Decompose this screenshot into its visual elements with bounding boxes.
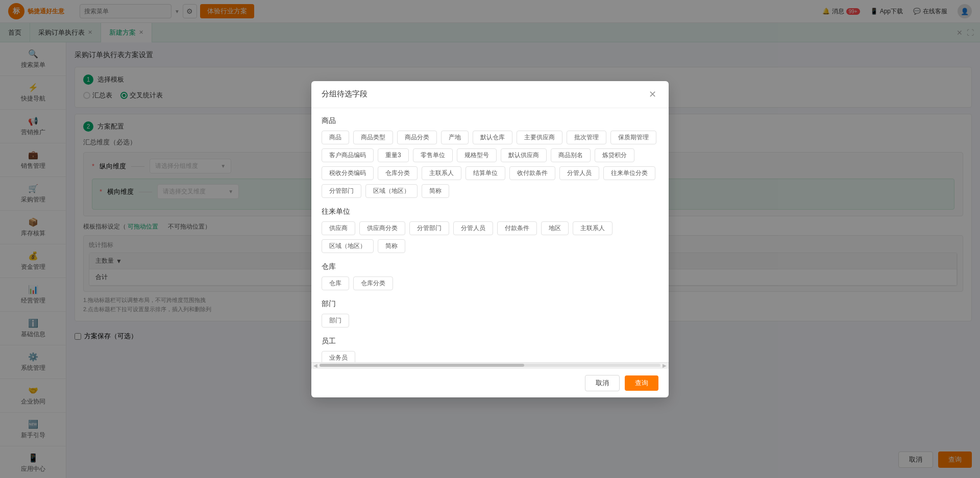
tag-settlement-unit[interactable]: 结算单位 bbox=[465, 166, 505, 180]
tag-short-name-partner[interactable]: 简称 bbox=[378, 239, 405, 253]
scroll-left-arrow[interactable]: ◀ bbox=[313, 363, 317, 368]
modal-confirm-button[interactable]: 查询 bbox=[625, 375, 658, 391]
tag-shelf-life[interactable]: 保质期管理 bbox=[610, 131, 656, 144]
field-group-partner: 往来单位 供应商 供应商分类 分管部门 分管人员 付款条件 地区 主联系人 区域… bbox=[322, 207, 658, 253]
tag-product[interactable]: 商品 bbox=[322, 131, 349, 144]
field-group-warehouse: 仓库 仓库 仓库分类 bbox=[322, 262, 658, 290]
tag-supplier[interactable]: 供应商 bbox=[322, 221, 355, 235]
tag-region-product[interactable]: 区域（地区） bbox=[365, 184, 418, 198]
modal-horizontal-scrollbar[interactable]: ◀ ▶ bbox=[311, 362, 669, 368]
tag-points[interactable]: 炼贷积分 bbox=[595, 148, 634, 162]
modal-close-button[interactable]: ✕ bbox=[646, 88, 658, 100]
field-group-product-title: 商品 bbox=[322, 116, 658, 125]
tag-warehouse-category[interactable]: 仓库分类 bbox=[378, 166, 418, 180]
field-group-warehouse-title: 仓库 bbox=[322, 262, 658, 271]
tag-supplier-category[interactable]: 供应商分类 bbox=[359, 221, 405, 235]
modal-header: 分组待选字段 ✕ bbox=[311, 81, 669, 108]
tag-dept-in-charge[interactable]: 分管部门 bbox=[322, 184, 361, 198]
modal-overlay: 分组待选字段 ✕ 商品 商品 商品类型 商品分类 产地 默认仓库 主要供应商 批… bbox=[0, 0, 980, 478]
field-group-dept-title: 部门 bbox=[322, 299, 658, 309]
tag-product-category[interactable]: 商品分类 bbox=[397, 131, 437, 144]
tag-warehouse-cat[interactable]: 仓库分类 bbox=[353, 276, 393, 290]
warehouse-tags: 仓库 仓库分类 bbox=[322, 276, 658, 290]
tag-warehouse[interactable]: 仓库 bbox=[322, 276, 349, 290]
tag-tax-code[interactable]: 税收分类编码 bbox=[322, 166, 374, 180]
field-group-product: 商品 商品 商品类型 商品分类 产地 默认仓库 主要供应商 批次管理 保质期管理… bbox=[322, 116, 658, 198]
tag-main-supplier[interactable]: 主要供应商 bbox=[517, 131, 562, 144]
tag-salesperson[interactable]: 业务员 bbox=[322, 351, 355, 362]
field-select-modal: 分组待选字段 ✕ 商品 商品 商品类型 商品分类 产地 默认仓库 主要供应商 批… bbox=[311, 81, 669, 397]
tag-product-alias[interactable]: 商品别名 bbox=[551, 148, 591, 162]
tag-pay-terms[interactable]: 付款条件 bbox=[497, 221, 537, 235]
tag-main-contact[interactable]: 主联系人 bbox=[422, 166, 461, 180]
field-group-partner-title: 往来单位 bbox=[322, 207, 658, 216]
employee-tags: 业务员 bbox=[322, 351, 658, 362]
scrollbar-track bbox=[320, 364, 660, 367]
field-group-dept: 部门 部门 bbox=[322, 299, 658, 328]
tag-default-supplier[interactable]: 默认供应商 bbox=[501, 148, 547, 162]
tag-default-warehouse[interactable]: 默认仓库 bbox=[473, 131, 512, 144]
tag-dept-partner[interactable]: 分管部门 bbox=[409, 221, 449, 235]
modal-footer: 取消 查询 bbox=[311, 368, 669, 397]
tag-weight3[interactable]: 重量3 bbox=[378, 148, 409, 162]
partner-tags: 供应商 供应商分类 分管部门 分管人员 付款条件 地区 主联系人 区域（地区） … bbox=[322, 221, 658, 253]
field-group-employee-title: 员工 bbox=[322, 337, 658, 346]
tag-batch-mgmt[interactable]: 批次管理 bbox=[567, 131, 606, 144]
field-group-employee: 员工 业务员 bbox=[322, 337, 658, 362]
tag-short-name-product[interactable]: 简称 bbox=[422, 184, 449, 198]
modal-cancel-button[interactable]: 取消 bbox=[585, 375, 620, 391]
modal-title: 分组待选字段 bbox=[322, 89, 368, 99]
tag-retail-unit[interactable]: 零售单位 bbox=[413, 148, 453, 162]
tag-dept[interactable]: 部门 bbox=[322, 314, 349, 328]
product-tags: 商品 商品类型 商品分类 产地 默认仓库 主要供应商 批次管理 保质期管理 客户… bbox=[322, 131, 658, 198]
tag-payment-terms[interactable]: 收付款条件 bbox=[509, 166, 555, 180]
scrollbar-thumb[interactable] bbox=[320, 364, 524, 367]
tag-partner-category[interactable]: 往来单位分类 bbox=[603, 166, 655, 180]
dept-tags: 部门 bbox=[322, 314, 658, 328]
scroll-right-arrow[interactable]: ▶ bbox=[663, 363, 667, 368]
tag-product-type[interactable]: 商品类型 bbox=[353, 131, 393, 144]
tag-region-partner[interactable]: 区域（地区） bbox=[322, 239, 374, 253]
tag-spec-model[interactable]: 规格型号 bbox=[457, 148, 497, 162]
tag-customer-code[interactable]: 客户商品编码 bbox=[322, 148, 374, 162]
tag-origin[interactable]: 产地 bbox=[441, 131, 469, 144]
tag-manager[interactable]: 分管人员 bbox=[559, 166, 599, 180]
tag-person-partner[interactable]: 分管人员 bbox=[453, 221, 493, 235]
tag-area[interactable]: 地区 bbox=[541, 221, 569, 235]
modal-body: 商品 商品 商品类型 商品分类 产地 默认仓库 主要供应商 批次管理 保质期管理… bbox=[311, 108, 669, 362]
tag-contact-partner[interactable]: 主联系人 bbox=[573, 221, 612, 235]
